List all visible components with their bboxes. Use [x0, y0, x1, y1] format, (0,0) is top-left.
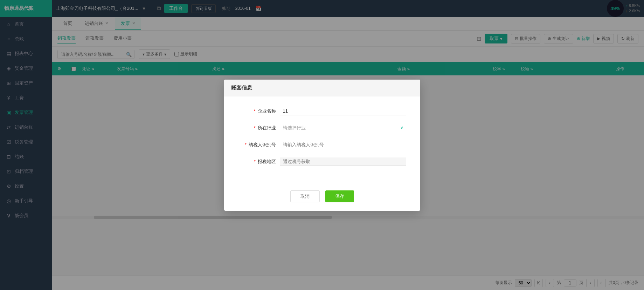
tax-region-input: [280, 157, 406, 166]
industry-label: * 所在行业: [238, 125, 280, 131]
required-mark-tax: *: [245, 142, 247, 147]
tax-region-row: * 报税地区: [238, 157, 406, 166]
taxpayer-id-label: * 纳税人识别号: [238, 142, 280, 148]
modal-body: * 企业名称 * 所在行业 请选择行业 ∨: [224, 96, 420, 185]
required-mark-region: *: [254, 159, 256, 164]
required-mark: *: [254, 108, 256, 114]
industry-select-wrap: 请选择行业 ∨: [280, 124, 406, 132]
taxpayer-id-row: * 纳税人识别号: [238, 141, 406, 149]
modal-title: 账套信息: [224, 80, 420, 96]
industry-row: * 所在行业 请选择行业 ∨: [238, 124, 406, 132]
taxpayer-id-input[interactable]: [280, 141, 406, 149]
modal-footer: 取消 保存: [224, 185, 420, 211]
company-name-label: * 企业名称: [238, 108, 280, 114]
industry-select[interactable]: 请选择行业: [280, 124, 406, 132]
company-name-input[interactable]: [280, 107, 406, 115]
cancel-button[interactable]: 取消: [290, 190, 320, 202]
modal-overlay: 账套信息 * 企业名称 * 所在行业 请选择行业: [0, 0, 644, 290]
required-mark-industry: *: [254, 125, 256, 130]
save-button[interactable]: 保存: [325, 190, 354, 202]
account-info-modal: 账套信息 * 企业名称 * 所在行业 请选择行业: [224, 80, 420, 211]
company-name-row: * 企业名称: [238, 107, 406, 115]
tax-region-label: * 报税地区: [238, 159, 280, 165]
